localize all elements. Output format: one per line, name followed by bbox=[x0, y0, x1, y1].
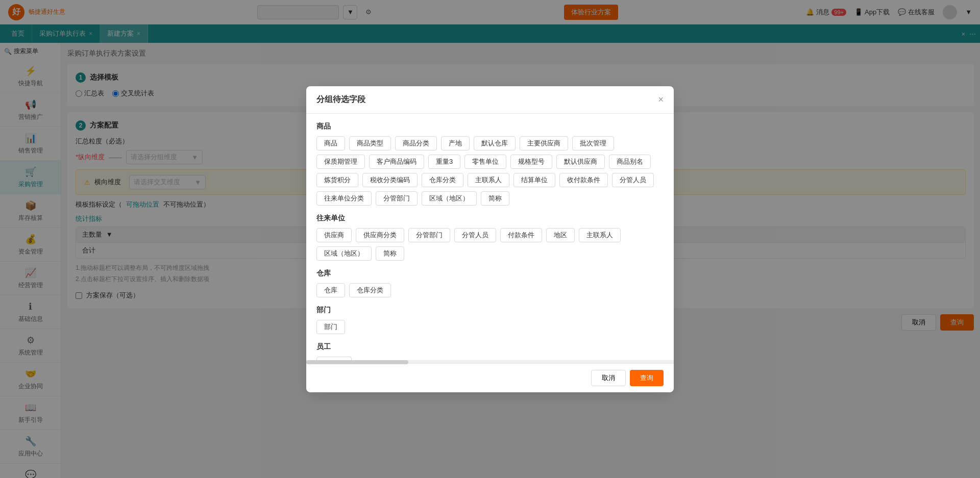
chip-dept-partner[interactable]: 分管部门 bbox=[408, 228, 450, 242]
chip-default-warehouse[interactable]: 默认仓库 bbox=[474, 136, 516, 150]
chip-main-contact[interactable]: 主联系人 bbox=[468, 173, 509, 187]
modal-close-button[interactable]: × bbox=[658, 94, 664, 105]
chip-origin[interactable]: 产地 bbox=[441, 136, 470, 150]
chip-goods-type[interactable]: 商品类型 bbox=[349, 136, 391, 150]
modal-title: 分组待选字段 bbox=[316, 94, 365, 105]
chip-weight[interactable]: 重量3 bbox=[428, 155, 460, 169]
chip-batch-mgmt[interactable]: 批次管理 bbox=[572, 136, 614, 150]
modal-confirm-button[interactable]: 查询 bbox=[630, 370, 664, 386]
chip-tax-code[interactable]: 税收分类编码 bbox=[362, 173, 418, 187]
chip-manager[interactable]: 分管人员 bbox=[612, 173, 654, 187]
field-group-department: 部门 部门 bbox=[316, 306, 664, 334]
chip-supplier-category[interactable]: 供应商分类 bbox=[356, 228, 404, 242]
chip-points[interactable]: 炼货积分 bbox=[316, 173, 358, 187]
field-group-department-title: 部门 bbox=[316, 306, 664, 315]
chip-goods-category[interactable]: 商品分类 bbox=[395, 136, 437, 150]
chip-manager-partner[interactable]: 分管人员 bbox=[454, 228, 496, 242]
chip-department[interactable]: 部门 bbox=[316, 320, 345, 334]
chip-default-supplier[interactable]: 默认供应商 bbox=[556, 155, 605, 169]
field-group-partner: 往来单位 供应商 供应商分类 分管部门 分管人员 付款条件 地区 主联系人 区域… bbox=[316, 214, 664, 261]
chip-settlement-unit[interactable]: 结算单位 bbox=[513, 173, 555, 187]
chip-area[interactable]: 地区 bbox=[546, 228, 575, 242]
field-group-goods-title: 商品 bbox=[316, 122, 664, 131]
modal-footer: 取消 查询 bbox=[306, 363, 674, 392]
field-group-employee: 员工 业务员 bbox=[316, 342, 664, 360]
chip-short-name-goods[interactable]: 简称 bbox=[481, 191, 509, 206]
modal-hscroll-thumb[interactable] bbox=[306, 360, 408, 364]
chip-payment-cond[interactable]: 付款条件 bbox=[500, 228, 542, 242]
chip-salesperson[interactable]: 业务员 bbox=[316, 357, 352, 360]
chip-payment-terms[interactable]: 收付款条件 bbox=[559, 173, 608, 187]
field-group-goods: 商品 商品 商品类型 商品分类 产地 默认仓库 主要供应商 批次管理 保质期管理… bbox=[316, 122, 664, 206]
chip-supplier[interactable]: 供应商 bbox=[316, 228, 352, 242]
chip-warehouse[interactable]: 仓库 bbox=[316, 283, 345, 297]
modal-overlay: 分组待选字段 × 商品 商品 商品类型 商品分类 产地 默认仓库 主要供应商 批… bbox=[0, 0, 980, 478]
modal-horizontal-scrollbar[interactable] bbox=[306, 360, 674, 363]
field-group-warehouse-title: 仓库 bbox=[316, 269, 664, 278]
chip-region-partner[interactable]: 区域（地区） bbox=[316, 246, 372, 261]
chip-partner-category[interactable]: 往来单位分类 bbox=[316, 191, 372, 206]
field-chips-goods: 商品 商品类型 商品分类 产地 默认仓库 主要供应商 批次管理 保质期管理 客户… bbox=[316, 136, 664, 206]
field-group-warehouse: 仓库 仓库 仓库分类 bbox=[316, 269, 664, 297]
field-group-partner-title: 往来单位 bbox=[316, 214, 664, 223]
chip-main-supplier[interactable]: 主要供应商 bbox=[520, 136, 568, 150]
chip-region-goods[interactable]: 区域（地区） bbox=[422, 191, 477, 206]
modal-header: 分组待选字段 × bbox=[306, 86, 674, 114]
field-chips-warehouse: 仓库 仓库分类 bbox=[316, 283, 664, 297]
chip-shelf-life[interactable]: 保质期管理 bbox=[316, 155, 365, 169]
chip-goods[interactable]: 商品 bbox=[316, 136, 345, 150]
field-chips-partner: 供应商 供应商分类 分管部门 分管人员 付款条件 地区 主联系人 区域（地区） … bbox=[316, 228, 664, 261]
chip-spec[interactable]: 规格型号 bbox=[510, 155, 552, 169]
field-group-employee-title: 员工 bbox=[316, 342, 664, 351]
field-select-modal: 分组待选字段 × 商品 商品 商品类型 商品分类 产地 默认仓库 主要供应商 批… bbox=[306, 86, 674, 392]
chip-dept[interactable]: 分管部门 bbox=[376, 191, 418, 206]
modal-body: 商品 商品 商品类型 商品分类 产地 默认仓库 主要供应商 批次管理 保质期管理… bbox=[306, 114, 674, 360]
chip-short-name-partner[interactable]: 简称 bbox=[376, 246, 404, 261]
field-chips-employee: 业务员 bbox=[316, 357, 664, 360]
chip-contact-partner[interactable]: 主联系人 bbox=[579, 228, 621, 242]
chip-warehouse-category[interactable]: 仓库分类 bbox=[422, 173, 463, 187]
modal-cancel-button[interactable]: 取消 bbox=[591, 370, 626, 386]
field-chips-department: 部门 bbox=[316, 320, 664, 334]
chip-customer-code[interactable]: 客户商品编码 bbox=[369, 155, 424, 169]
chip-goods-alias[interactable]: 商品别名 bbox=[609, 155, 651, 169]
chip-retail-unit[interactable]: 零售单位 bbox=[464, 155, 506, 169]
chip-warehouse-cat[interactable]: 仓库分类 bbox=[349, 283, 391, 297]
